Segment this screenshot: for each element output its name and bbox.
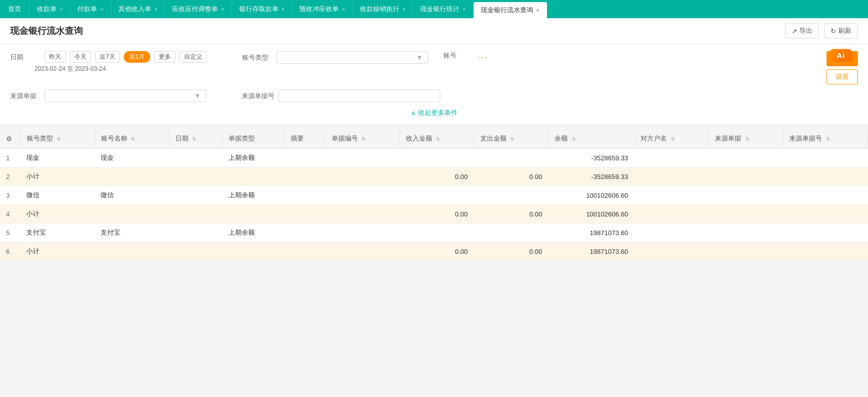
nav-tab-0[interactable]: 收款单 ×: [30, 0, 70, 18]
date-btn-1month[interactable]: 近1月: [124, 51, 151, 63]
table-cell: [325, 205, 399, 224]
close-icon[interactable]: ×: [463, 6, 466, 12]
col-expense[interactable]: 支出金额 ⇅: [474, 129, 548, 149]
date-btn-yesterday[interactable]: 昨天: [44, 51, 66, 63]
export-button[interactable]: ↗ 导出: [785, 23, 819, 38]
table-cell: 19871073.60: [548, 224, 634, 242]
date-btn-7days[interactable]: 近7天: [95, 51, 120, 63]
close-icon[interactable]: ×: [221, 6, 224, 12]
table-cell: 0.00: [399, 242, 474, 261]
table-cell: [325, 224, 399, 242]
sort-icon: ⇅: [361, 136, 366, 142]
settings-button[interactable]: 设置: [827, 69, 858, 84]
table-cell: [284, 149, 325, 167]
close-icon[interactable]: ×: [100, 6, 103, 12]
sort-icon: ⇅: [510, 136, 514, 142]
col-account-type[interactable]: 账号类型 ⇅: [20, 129, 95, 149]
gear-icon[interactable]: ⚙: [6, 135, 12, 143]
date-shortcuts: 昨天 今天 近7天 近1月 更多 自定义: [44, 51, 207, 63]
table-cell: [95, 205, 169, 224]
close-icon[interactable]: ×: [282, 6, 285, 12]
table-header-row: ⚙ 账号类型 ⇅ 账号名称 ⇅ 日期 ⇅ 单据类型 摘要: [0, 129, 868, 149]
nav-home[interactable]: 首页: [0, 0, 30, 18]
col-gear[interactable]: ⚙: [0, 129, 20, 149]
col-balance[interactable]: 余额 ⇅: [548, 129, 634, 149]
chevron-up-icon: ∧: [411, 109, 416, 117]
close-icon[interactable]: ×: [342, 6, 345, 12]
page-title: 现金银行流水查询: [10, 25, 83, 37]
nav-tab-2[interactable]: 其他收入单 ×: [111, 0, 165, 18]
table-cell: 6: [0, 242, 20, 261]
col-account-name[interactable]: 账号名称 ⇅: [95, 129, 169, 149]
table-cell: [709, 149, 783, 167]
col-doc-type[interactable]: 单据类型: [222, 129, 284, 149]
ai-badge[interactable]: Ai: [830, 49, 852, 62]
table-cell: 支付宝: [20, 224, 95, 242]
table-cell: [169, 167, 222, 186]
col-doc-no[interactable]: 单据编号 ⇅: [325, 129, 399, 149]
sort-icon: ⇅: [572, 136, 576, 142]
col-income[interactable]: 收入金额 ⇅: [399, 129, 474, 149]
nav-tab-4[interactable]: 银行存取款单 ×: [232, 0, 292, 18]
table-cell: [95, 167, 169, 186]
col-source-doc[interactable]: 来源单据 ⇅: [709, 129, 783, 149]
table-cell: [169, 205, 222, 224]
table-cell: [284, 186, 325, 205]
account-dots[interactable]: ...: [478, 51, 487, 60]
col-date[interactable]: 日期 ⇅: [169, 129, 222, 149]
account-label: 账号: [443, 51, 474, 60]
close-icon[interactable]: ×: [154, 6, 157, 12]
page-header: 现金银行流水查询 ↗ 导出 ↻ 刷新: [0, 18, 868, 44]
col-summary[interactable]: 摘要: [284, 129, 325, 149]
nav-tab-3[interactable]: 应收应付调整单 ×: [165, 0, 232, 18]
close-icon[interactable]: ×: [402, 6, 405, 12]
nav-tab-6[interactable]: 收款核销执行 ×: [353, 0, 413, 18]
table-cell: [222, 167, 284, 186]
table-cell: [222, 242, 284, 261]
source-doc-no-input[interactable]: [279, 90, 440, 102]
filter-area: 日期 昨天 今天 近7天 近1月 更多 自定义 2023-02-24 至 202…: [0, 44, 868, 125]
close-icon[interactable]: ×: [536, 7, 539, 13]
close-icon[interactable]: ×: [60, 6, 63, 12]
table-cell: 19871073.60: [548, 242, 634, 261]
table-cell: [169, 186, 222, 205]
table-cell: [634, 149, 709, 167]
table-cell: [783, 242, 868, 261]
account-type-select[interactable]: ▼: [277, 51, 428, 64]
refresh-icon: ↻: [831, 27, 836, 35]
collapse-bar[interactable]: ∧ 收起更多条件: [10, 106, 858, 119]
table-cell: 上期余额: [222, 224, 284, 242]
table-cell: [634, 186, 709, 205]
refresh-button[interactable]: ↻ 刷新: [824, 23, 858, 38]
date-range-display: 2023-02-24 至 2023-03-24: [34, 65, 106, 72]
table-cell: 100102606.60: [548, 205, 634, 224]
date-btn-more[interactable]: 更多: [154, 51, 175, 63]
date-btn-custom[interactable]: 自定义: [179, 51, 207, 63]
col-source-doc-no[interactable]: 来源单据号 ⇅: [783, 129, 868, 149]
col-counterpart[interactable]: 对方户名 ⇅: [634, 129, 709, 149]
table-cell: [169, 149, 222, 167]
table-cell: [709, 242, 783, 261]
table-cell: [222, 205, 284, 224]
table-row: 5支付宝支付宝上期余额19871073.60: [0, 224, 868, 242]
date-btn-today[interactable]: 今天: [70, 51, 91, 63]
table-cell: [474, 149, 548, 167]
sort-icon: ⇅: [192, 136, 196, 142]
top-nav: 首页 收款单 × 付款单 × 其他收入单 × 应收应付调整单 × 银行存取款单 …: [0, 0, 868, 18]
table-row: 2小计0.000.00-3528659.33: [0, 167, 868, 186]
nav-tab-5[interactable]: 预收冲应收单 ×: [292, 0, 352, 18]
sort-icon: ⇅: [745, 136, 749, 142]
table-cell: [325, 149, 399, 167]
source-doc-select[interactable]: ▼: [44, 90, 206, 102]
table-cell: [474, 224, 548, 242]
nav-tab-1[interactable]: 付款单 ×: [70, 0, 111, 18]
table-cell: 上期余额: [222, 149, 284, 167]
date-filter-label: 日期: [10, 53, 40, 62]
nav-tab-8[interactable]: 现金银行流水查询 ×: [474, 2, 547, 18]
table-cell: [325, 186, 399, 205]
table-cell: [399, 186, 474, 205]
table-cell: [169, 242, 222, 261]
table-row: 4小计0.000.00100102606.60: [0, 205, 868, 224]
table-cell: [284, 167, 325, 186]
nav-tab-7[interactable]: 现金银行统计 ×: [413, 0, 473, 18]
